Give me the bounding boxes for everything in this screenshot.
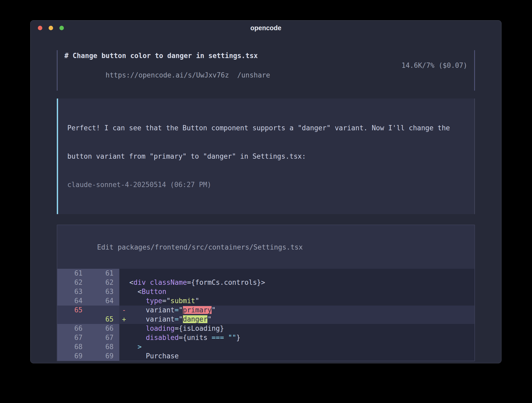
code-token [129, 352, 146, 360]
line-number-old: 64 [57, 296, 88, 306]
code-token [129, 343, 137, 351]
code-token: " [179, 315, 183, 323]
code-line: Purchase [129, 352, 474, 361]
edit-action-label: Edit [97, 243, 117, 251]
code-token [129, 297, 146, 305]
context-usage-stats: 14.6K/7% ($0.07) [402, 61, 467, 90]
code-token: ={units [179, 334, 212, 342]
code-line: type="submit" [129, 296, 474, 306]
diff-row: 6767 disabled={units === ""} [57, 333, 474, 342]
code-token: = [175, 315, 179, 323]
diff-sign: + [119, 315, 129, 324]
line-number-old: 69 [57, 352, 88, 361]
code-token: " [207, 315, 212, 323]
diff-row: 6666 loading={isLoading} [57, 324, 474, 333]
main-content: # Change button color to danger in setti… [30, 35, 501, 363]
code-token: submit [171, 297, 195, 305]
diff-row: 6262<div className={formCs.controls}> [57, 278, 474, 287]
traffic-lights [38, 20, 64, 35]
diff-sign [119, 352, 129, 361]
code-line: loading={isLoading} [129, 324, 474, 333]
line-number-new: 66 [88, 324, 119, 333]
line-number-new: 65 [88, 315, 119, 324]
diff-sign [119, 342, 129, 352]
close-window-button[interactable] [38, 26, 42, 30]
code-token: ={isLoading} [175, 324, 224, 332]
assistant-message: Perfect! I can see that the Button compo… [57, 99, 475, 214]
code-token: "" [228, 334, 236, 342]
share-url[interactable]: https://opencode.ai/s/UwJxv76z [106, 71, 229, 79]
code-line: <div className={formCs.controls}> [129, 278, 474, 287]
code-token: className [150, 278, 187, 286]
line-number-new: 69 [88, 352, 119, 361]
line-number-old: 63 [57, 287, 88, 296]
code-token: type [146, 297, 162, 305]
code-line: variant="primary" [129, 306, 474, 315]
session-title: # Change button color to danger in setti… [64, 51, 467, 61]
diff-sign [119, 269, 129, 278]
diff-view: 61616262<div className={formCs.controls}… [57, 269, 474, 361]
model-timestamp: claude-sonnet-4-20250514 (06:27 PM) [67, 180, 469, 189]
diff-sign [119, 278, 129, 287]
diff-sign [119, 287, 129, 296]
code-token: primary [183, 306, 212, 314]
code-token: Button [142, 288, 166, 296]
app-window: opencode # Change button color to danger… [30, 20, 502, 363]
line-number-old: 67 [57, 333, 88, 342]
code-line [129, 269, 474, 278]
code-token: < [129, 278, 134, 286]
line-number-new [88, 306, 119, 315]
diff-row: 6464 type="submit" [57, 296, 474, 306]
code-token: === [212, 334, 224, 342]
line-number-new: 61 [88, 269, 119, 278]
zoom-window-button[interactable] [59, 26, 64, 30]
diff-row: 65+ variant="danger" [57, 315, 474, 324]
code-token: Purchase [146, 352, 179, 360]
line-number-new: 64 [88, 296, 119, 306]
diff-row: 6363 <Button [57, 287, 474, 296]
code-line: variant="danger" [129, 315, 474, 324]
message-text-line: button variant from "primary" to "danger… [67, 152, 469, 161]
diff-sign: - [119, 306, 129, 315]
unshare-command[interactable]: /unshare [237, 71, 270, 79]
diff-sign [119, 324, 129, 333]
code-token: div [134, 278, 146, 286]
code-token [146, 278, 150, 286]
diff-sign [119, 333, 129, 342]
edit-tool-panel: Edit packages/frontend/src/containers/Se… [57, 225, 475, 361]
line-number-old [57, 315, 88, 324]
diff-row: 65- variant="primary" [57, 306, 474, 315]
code-token: " [195, 297, 199, 305]
code-token: " [179, 306, 183, 314]
diff-row: 6969 Purchase [57, 352, 474, 361]
line-number-new: 62 [88, 278, 119, 287]
code-token: variant [129, 315, 175, 323]
diff-sign [119, 296, 129, 306]
code-token: loading [146, 324, 175, 332]
line-number-old: 61 [57, 269, 88, 278]
line-number-new: 63 [88, 287, 119, 296]
code-token: " [212, 306, 216, 314]
message-text-line: Perfect! I can see that the Button compo… [67, 123, 469, 133]
code-line: > [129, 342, 474, 352]
line-number-old: 66 [57, 324, 88, 333]
code-line: disabled={units === ""} [129, 333, 474, 342]
code-token [129, 334, 146, 342]
diff-row: 6161 [57, 269, 474, 278]
code-token: variant [129, 306, 175, 314]
code-token: danger [183, 315, 208, 323]
session-header: # Change button color to danger in setti… [57, 50, 475, 91]
line-number-old: 68 [57, 342, 88, 352]
code-token: } [236, 334, 241, 342]
session-meta-row: https://opencode.ai/s/UwJxv76z/unshare 1… [64, 61, 467, 90]
code-token: < [129, 288, 142, 296]
title-bar: opencode [30, 20, 501, 35]
code-token: > [137, 343, 142, 351]
minimize-window-button[interactable] [49, 26, 53, 30]
code-token: =" [162, 297, 170, 305]
line-number-old: 62 [57, 278, 88, 287]
code-line: <Button [129, 287, 474, 296]
code-token: ={formCs.controls}> [187, 278, 265, 286]
line-number-new: 67 [88, 333, 119, 342]
edit-file-path: packages/frontend/src/containers/Setting… [118, 243, 303, 251]
